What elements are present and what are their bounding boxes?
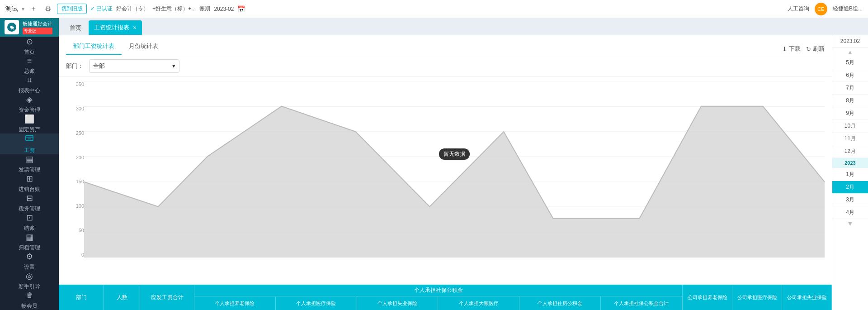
date-down-arrow[interactable]: ▼	[846, 219, 854, 228]
y-axis: 350 300 250 200 150 100 50 0	[66, 81, 84, 258]
sidebar-item-ledger[interactable]: ≡ 总账	[0, 56, 59, 76]
logo-text: 畅捷通好会计	[23, 20, 52, 27]
sidebar-item-payroll[interactable]: 工资	[0, 134, 59, 154]
sub-tab-monthly[interactable]: 月份统计表	[122, 38, 165, 55]
top-bar-left: 测试 ▾ ＋ ⚙ 切到旧版 ✓ 已认证 好会计（专） +好生意（标）+... 账…	[5, 4, 788, 14]
top-bar-right: 人工咨询 CE 轻捷通B组...	[788, 3, 863, 15]
archive-icon: ▦	[26, 232, 33, 242]
sidebar-item-label: 首页	[24, 48, 35, 56]
date-3[interactable]: 3月	[832, 194, 868, 206]
date-8[interactable]: 8月	[832, 95, 868, 107]
closing-icon: ⊡	[26, 213, 33, 223]
th-payable: 应发工资合计	[140, 285, 194, 310]
download-icon: ⬇	[782, 46, 787, 52]
sidebar-item-label: 结账	[24, 224, 35, 232]
sidebar-item-home[interactable]: ⊙ 首页	[0, 37, 59, 56]
sub-tab-department-label: 部门工资统计表	[73, 42, 114, 50]
sub-tab-monthly-label: 月份统计表	[129, 42, 158, 50]
sub-tab-department[interactable]: 部门工资统计表	[66, 38, 122, 55]
content-area: 首页 工资统计报表 × 部门工资统计表 月份统计表	[59, 18, 868, 310]
sidebar-item-label: 设置	[24, 263, 35, 271]
sidebar-item-label: 资金管理	[19, 106, 40, 114]
date-7[interactable]: 7月	[832, 82, 868, 95]
certified-badge: ✓ 已认证	[90, 5, 113, 13]
tab-home[interactable]: 首页	[62, 21, 89, 35]
chart-container: 暂无数据	[84, 81, 825, 258]
th-personal-pension: 个人承担养老保险	[194, 296, 276, 310]
sidebar-item-invoice[interactable]: ▤ 发票管理	[0, 154, 59, 174]
y-label-100: 100	[66, 203, 84, 209]
avatar[interactable]: CE	[815, 3, 827, 15]
sidebar-item-guide[interactable]: ◎ 新手引导	[0, 271, 59, 291]
date-5[interactable]: 5月	[832, 57, 868, 69]
sidebar-item-tax[interactable]: ⊟ 税务管理	[0, 193, 59, 213]
project-dropdown-icon[interactable]: ▾	[22, 6, 24, 12]
logo-badge: 专业版	[23, 28, 52, 34]
sidebar-item-assets[interactable]: ⬜ 固定资产	[0, 114, 59, 134]
tab-close-icon[interactable]: ×	[133, 24, 137, 31]
date-1[interactable]: 1月	[832, 168, 868, 181]
sub-tab-actions: ⬇ 下载 ↻ 刷新	[782, 45, 825, 55]
main-content: 部门工资统计表 月份统计表 ⬇ 下载 ↻ 刷新	[59, 35, 868, 310]
main-layout: 畅 畅捷通好会计 专业版 ⊙ 首页 ≡ 总账 ⌗ 报表中心 ◈ 资金管理 ⬜ 固…	[0, 18, 868, 310]
table-header: 部门 人数 应发工资合计 个人承担社保公积金 个人承	[59, 285, 832, 310]
th-personal-unemployment: 个人承担失业保险	[357, 296, 439, 310]
year-badge: 2023	[832, 158, 868, 168]
sidebar-item-member[interactable]: ♛ 畅会员	[0, 291, 59, 310]
th-personal-housing: 个人承担住房公积金	[519, 296, 601, 310]
sidebar-item-label: 发票管理	[19, 166, 40, 174]
date-6[interactable]: 6月	[832, 69, 868, 82]
assets-icon: ⬜	[24, 114, 34, 124]
download-button[interactable]: ⬇ 下载	[782, 45, 801, 53]
date-11[interactable]: 11月	[832, 133, 868, 145]
sidebar-item-closing[interactable]: ⊡ 结账	[0, 213, 59, 232]
th-personal-group: 个人承担社保公积金 个人承担养老保险 个人承担医疗保险 个人承担失业保险	[194, 285, 683, 310]
date-12[interactable]: 12月	[832, 145, 868, 158]
date-up-arrow[interactable]: ▲	[846, 48, 854, 57]
refresh-button[interactable]: ↻ 刷新	[806, 45, 825, 53]
svg-rect-2	[26, 135, 33, 141]
tab-bar: 首页 工资统计报表 ×	[59, 18, 868, 35]
date-9[interactable]: 9月	[832, 107, 868, 120]
period-label: 账期	[199, 5, 210, 13]
sidebar-item-label: 工资	[24, 147, 35, 154]
sidebar-item-label: 税务管理	[19, 205, 40, 213]
y-label-50: 50	[66, 228, 84, 233]
current-date: 2023.02	[840, 38, 860, 44]
chart-area: 350 300 250 200 150 100 50 0	[59, 77, 832, 285]
tab-payroll-report[interactable]: 工资统计报表 ×	[89, 20, 142, 35]
sidebar-item-label: 新手引导	[19, 283, 40, 291]
sidebar-item-funds[interactable]: ◈ 资金管理	[0, 95, 59, 114]
sidebar-item-purchase[interactable]: ⊞ 进销台账	[0, 174, 59, 193]
project-name: 测试	[5, 5, 18, 13]
date-4[interactable]: 4月	[832, 206, 868, 219]
download-label: 下载	[789, 45, 801, 53]
sidebar-item-reports[interactable]: ⌗ 报表中心	[0, 75, 59, 95]
y-label-200: 200	[66, 155, 84, 160]
th-company-pension: 公司承担养老保险	[683, 285, 732, 310]
refresh-icon: ↻	[806, 46, 811, 52]
filter-row: 部门： 全部 ▾	[59, 55, 832, 77]
sidebar-item-settings[interactable]: ⚙ 设置	[0, 252, 59, 271]
payroll-icon	[25, 134, 34, 145]
switch-old-version-button[interactable]: 切到旧版	[57, 4, 87, 14]
reports-icon: ⌗	[27, 76, 32, 85]
ledger-icon: ≡	[27, 56, 32, 66]
calendar-icon[interactable]: 📅	[237, 5, 245, 13]
y-label-350: 350	[66, 81, 84, 87]
page-body: 部门工资统计表 月份统计表 ⬇ 下载 ↻ 刷新	[59, 35, 832, 310]
sidebar-item-label: 报表中心	[19, 87, 40, 95]
sidebar-item-label: 总账	[24, 67, 35, 75]
sidebar-item-label: 进销台账	[19, 186, 40, 193]
sidebar-item-label: 归档管理	[19, 244, 40, 252]
sidebar-item-archive[interactable]: ▦ 归档管理	[0, 232, 59, 252]
right-date-panel: 2023.02 ▲ 5月 6月 7月 8月 9月 10月 11月 12月 202…	[832, 35, 868, 310]
date-10[interactable]: 10月	[832, 120, 868, 133]
add-button[interactable]: ＋	[28, 4, 39, 14]
support-label[interactable]: 人工咨询	[788, 5, 809, 13]
department-select[interactable]: 全部 ▾	[89, 59, 179, 73]
sidebar: 畅 畅捷通好会计 专业版 ⊙ 首页 ≡ 总账 ⌗ 报表中心 ◈ 资金管理 ⬜ 固…	[0, 18, 59, 310]
date-2-active[interactable]: 2月	[832, 181, 868, 194]
settings-icon[interactable]: ⚙	[42, 4, 53, 14]
filter-label: 部门：	[66, 62, 84, 70]
